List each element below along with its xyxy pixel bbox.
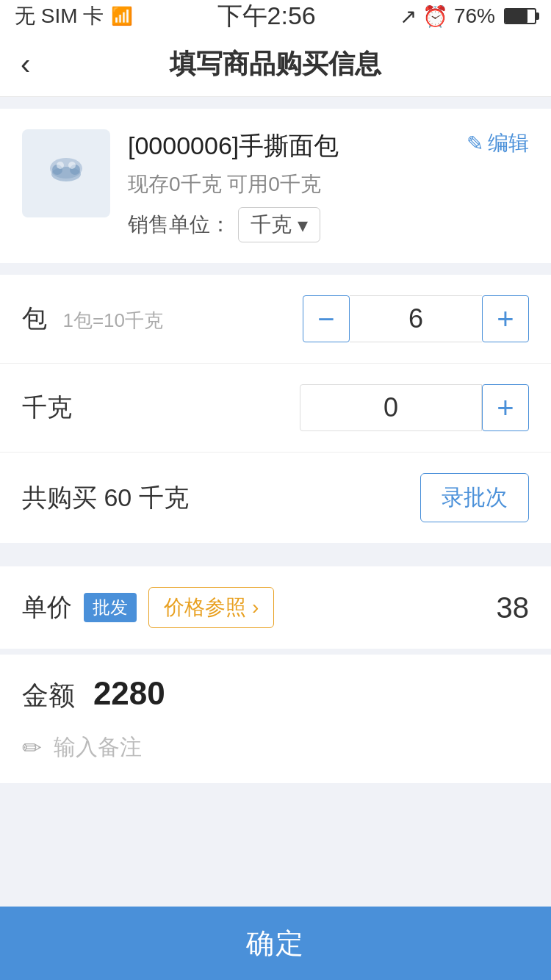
kg-label: 千克 [22,391,300,425]
alarm-icon: ⏰ [422,4,448,29]
edit-icon: ✎ [467,131,483,156]
divider-1 [0,263,551,275]
bao-quantity-input[interactable] [350,295,482,342]
nav-bar: ‹ 填写商品购买信息 [0,32,551,97]
bao-section: 包 1包=10千克 − + 千克 + [0,275,551,453]
price-tag: 批发 [84,593,137,622]
summary-text: 共购买 60 千克 [22,481,189,515]
unit-dropdown-icon: ▾ [298,213,308,237]
bao-plus-button[interactable]: + [482,295,529,342]
note-row: ✏ 输入备注 [22,715,529,763]
back-button[interactable]: ‹ [21,48,30,81]
product-card: [0000006]手撕面包 现存0千克 可用0千克 销售单位： 千克 ▾ ✎ 编… [0,109,551,263]
price-label: 单价 [22,591,72,624]
note-icon: ✏ [22,734,42,762]
edit-label: 编辑 [488,129,529,157]
divider-2 [0,543,551,555]
status-bar: 无 SIM 卡 📶 下午2:56 ↗ ⏰ 76% [0,0,551,32]
amount-value: 2280 [93,675,165,712]
price-section: 单价 批发 价格参照 › 38 [0,566,551,649]
unit-value: 千克 [251,211,292,239]
summary-row: 共购买 60 千克 录批次 [0,453,551,543]
page-title: 填写商品购买信息 [170,46,381,82]
price-ref-label: 价格参照 [164,594,246,621]
bao-quantity-control: − + [303,295,529,342]
svg-point-4 [57,162,64,169]
status-bar-right: ↗ ⏰ 76% [400,4,536,29]
bao-minus-button[interactable]: − [303,295,350,342]
wifi-icon: 📶 [111,6,133,26]
kg-quantity-control: + [300,384,529,431]
svg-point-5 [68,162,76,169]
location-icon: ↗ [400,4,417,29]
amount-row: 金额 2280 [22,675,529,714]
bao-input-row: 包 1包=10千克 − + [0,275,551,364]
unit-label: 销售单位： [128,211,231,239]
bao-hint: 1包=10千克 [62,309,163,331]
battery-percent: 76% [454,4,495,28]
status-bar-time: 下午2:56 [217,0,316,33]
price-value: 38 [497,591,530,624]
amount-section: 金额 2280 ✏ 输入备注 [0,649,551,783]
product-unit: 销售单位： 千克 ▾ [128,207,529,242]
battery-fill [505,10,527,23]
batch-button[interactable]: 录批次 [420,473,529,522]
product-stock: 现存0千克 可用0千克 [128,170,529,198]
battery-icon [504,8,536,24]
kg-quantity-input[interactable] [300,384,482,431]
bao-text: 包 [22,304,47,332]
confirm-button[interactable]: 确定 [0,907,551,980]
bao-label: 包 1包=10千克 [22,302,303,336]
note-placeholder[interactable]: 输入备注 [54,732,142,763]
price-ref-arrow: › [252,596,259,619]
edit-button[interactable]: ✎ 编辑 [467,129,529,157]
status-bar-left: 无 SIM 卡 📶 [15,2,133,30]
main-content: 无 SIM 卡 📶 下午2:56 ↗ ⏰ 76% ‹ 填写商品购买信息 [0,0,551,980]
carrier-text: 无 SIM 卡 [15,2,104,30]
product-thumbnail [22,129,110,217]
amount-label: 金额 [22,680,75,710]
price-ref-button[interactable]: 价格参照 › [148,587,274,628]
kg-plus-button[interactable]: + [482,384,529,431]
svg-point-3 [51,167,81,181]
kg-input-row: 千克 + [0,364,551,453]
unit-select[interactable]: 千克 ▾ [238,207,320,242]
